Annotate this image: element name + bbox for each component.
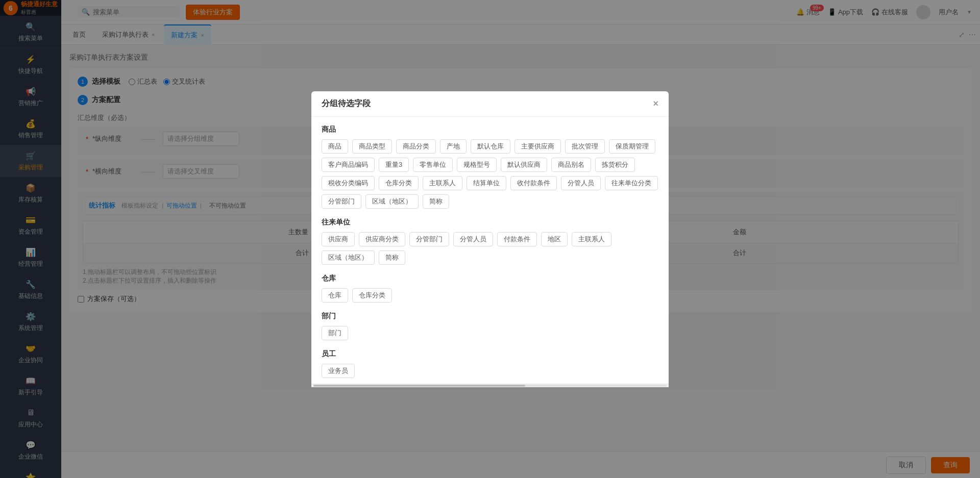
section-dept: 部门 部门: [322, 312, 658, 340]
field-tag[interactable]: 往来单位分类: [605, 176, 658, 190]
field-tag[interactable]: 业务员: [322, 364, 355, 378]
field-tag[interactable]: 分管部门: [409, 232, 449, 246]
field-tag[interactable]: 仓库: [322, 288, 348, 303]
section-warehouse-title: 仓库: [322, 274, 658, 283]
section-warehouse: 仓库 仓库 仓库分类: [322, 274, 658, 303]
section-employee: 员工 业务员: [322, 349, 658, 378]
field-tag[interactable]: 商品别名: [551, 158, 591, 172]
modal-header: 分组待选字段 ×: [311, 91, 669, 117]
field-tag[interactable]: 付款条件: [497, 232, 537, 246]
field-tag[interactable]: 主联系人: [423, 176, 462, 190]
modal-overlay[interactable]: 分组待选字段 × 商品 商品 商品类型 商品分类 产地 默认仓库 主要供应商 批…: [0, 0, 980, 478]
field-tag[interactable]: 结算单位: [467, 176, 506, 190]
field-tag[interactable]: 产地: [440, 139, 467, 154]
field-tag[interactable]: 分管人员: [453, 232, 493, 246]
field-tag[interactable]: 客户商品编码: [322, 158, 375, 172]
section-partner: 往来单位 供应商 供应商分类 分管部门 分管人员 付款条件 地区 主联系人 区域…: [322, 218, 658, 265]
field-tag[interactable]: 部门: [322, 326, 348, 340]
field-tag[interactable]: 供应商分类: [359, 232, 405, 246]
field-tag[interactable]: 仓库分类: [352, 288, 392, 303]
field-tag[interactable]: 保质期管理: [609, 139, 655, 154]
field-tag[interactable]: 默认仓库: [471, 139, 510, 154]
field-tag[interactable]: 地区: [541, 232, 568, 246]
modal-body: 商品 商品 商品类型 商品分类 产地 默认仓库 主要供应商 批次管理 保质期管理…: [311, 117, 669, 384]
section-warehouse-tags: 仓库 仓库分类: [322, 288, 658, 303]
field-tag[interactable]: 简称: [379, 250, 405, 265]
scrollbar-thumb: [313, 385, 525, 387]
field-tag[interactable]: 默认供应商: [501, 158, 547, 172]
field-tag[interactable]: 重量3: [379, 158, 409, 172]
field-tag[interactable]: 供应商: [322, 232, 355, 246]
field-tag[interactable]: 收付款条件: [510, 176, 557, 190]
modal-close-button[interactable]: ×: [653, 99, 658, 108]
section-goods: 商品 商品 商品类型 商品分类 产地 默认仓库 主要供应商 批次管理 保质期管理…: [322, 125, 658, 209]
field-tag[interactable]: 零售单位: [413, 158, 453, 172]
section-employee-tags: 业务员: [322, 364, 658, 378]
field-selection-modal: 分组待选字段 × 商品 商品 商品类型 商品分类 产地 默认仓库 主要供应商 批…: [311, 91, 669, 387]
section-dept-tags: 部门: [322, 326, 658, 340]
section-partner-title: 往来单位: [322, 218, 658, 227]
field-tag[interactable]: 主要供应商: [514, 139, 561, 154]
field-tag[interactable]: 税收分类编码: [322, 176, 375, 190]
section-goods-tags: 商品 商品类型 商品分类 产地 默认仓库 主要供应商 批次管理 保质期管理 客户…: [322, 139, 658, 209]
section-dept-title: 部门: [322, 312, 658, 321]
field-tag[interactable]: 商品: [322, 139, 348, 154]
field-tag[interactable]: 商品分类: [396, 139, 436, 154]
section-goods-title: 商品: [322, 125, 658, 134]
field-tag[interactable]: 主联系人: [572, 232, 611, 246]
field-tag[interactable]: 区域（地区）: [365, 194, 419, 209]
field-tag[interactable]: 规格型号: [457, 158, 497, 172]
field-tag[interactable]: 仓库分类: [379, 176, 419, 190]
section-employee-title: 员工: [322, 349, 658, 359]
field-tag[interactable]: 分管部门: [322, 194, 361, 209]
field-tag[interactable]: 区域（地区）: [322, 250, 375, 265]
field-tag[interactable]: 批次管理: [565, 139, 605, 154]
field-tag[interactable]: 商品类型: [352, 139, 392, 154]
field-tag[interactable]: 分管人员: [561, 176, 601, 190]
modal-title: 分组待选字段: [322, 98, 371, 109]
field-tag[interactable]: 拣货积分: [595, 158, 635, 172]
scrollbar-track: [313, 385, 667, 387]
modal-h-scrollbar[interactable]: [311, 384, 669, 387]
section-partner-tags: 供应商 供应商分类 分管部门 分管人员 付款条件 地区 主联系人 区域（地区） …: [322, 232, 658, 265]
field-tag[interactable]: 简称: [423, 194, 449, 209]
